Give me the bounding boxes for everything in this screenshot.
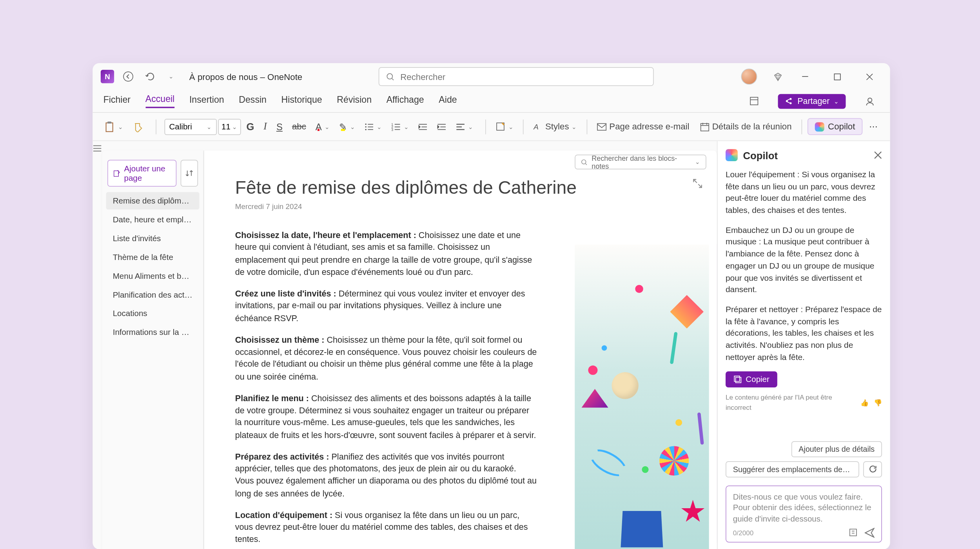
onenote-app-icon: N <box>101 70 114 83</box>
svg-rect-2 <box>834 73 840 79</box>
back-button[interactable] <box>121 69 136 84</box>
svg-rect-24 <box>850 529 857 536</box>
tags-button[interactable]: ⌄ <box>492 117 518 136</box>
menubar: Fichier Accueil Insertion Dessin Histori… <box>93 90 890 113</box>
menu-view[interactable]: Affichage <box>387 95 424 107</box>
comments-button[interactable] <box>860 92 879 111</box>
highlight-button[interactable]: ✎⌄ <box>335 117 359 136</box>
copilot-chip-details[interactable]: Ajouter plus de détails <box>791 441 882 457</box>
styles-button[interactable]: AStyles⌄ <box>529 117 581 136</box>
format-painter-button[interactable] <box>129 117 148 136</box>
copilot-copy-button[interactable]: Copier <box>726 371 777 387</box>
menu-home[interactable]: Accueil <box>145 94 175 108</box>
page-item[interactable]: Thème de la fête <box>106 249 200 266</box>
svg-rect-22 <box>736 378 741 383</box>
copilot-close-button[interactable] <box>874 151 882 159</box>
ribbon-overflow[interactable]: ⋯ <box>865 117 882 136</box>
copilot-response: Louer l'équipement : Si vous organisez l… <box>726 169 882 441</box>
page-item[interactable]: Date, heure et emplacem… <box>106 211 200 229</box>
mode-switcher[interactable] <box>744 92 763 111</box>
copilot-input-placeholder: Dites-nous ce que vous voulez faire. Pou… <box>733 491 875 525</box>
copilot-pane-title: Copilot <box>743 149 869 161</box>
svg-rect-23 <box>734 376 740 382</box>
global-search[interactable]: Rechercher <box>379 67 654 86</box>
svg-point-5 <box>790 102 792 104</box>
strikethrough-button[interactable]: abc <box>288 117 310 136</box>
copilot-disclaimer: Le contenu généré par l'IA peut être inc… <box>726 393 855 413</box>
customize-qat-button[interactable]: ⌄ <box>164 69 179 84</box>
font-selector[interactable]: Calibri⌄ <box>165 118 217 135</box>
search-notebooks[interactable]: Rechercher dans les blocs-notes ⌄ <box>575 155 706 169</box>
search-icon <box>386 72 395 81</box>
maximize-button[interactable] <box>824 67 850 87</box>
party-image <box>575 244 709 549</box>
nav-toggle[interactable] <box>93 141 102 549</box>
share-label: Partager <box>797 96 829 106</box>
svg-point-0 <box>123 72 133 81</box>
page-item[interactable]: Menu Aliments et boissons <box>106 267 200 285</box>
note-body[interactable]: Choisissez la date, l'heure et l'emplace… <box>235 229 537 549</box>
document-title: À propos de nous – OneNote <box>189 71 302 82</box>
undo-button[interactable] <box>142 69 157 84</box>
thumbs-down-button[interactable]: 👎 <box>874 398 882 408</box>
close-button[interactable] <box>857 67 882 87</box>
page-item[interactable]: Liste d'invités <box>106 230 200 247</box>
indent-button[interactable] <box>433 117 451 136</box>
outdent-button[interactable] <box>414 117 432 136</box>
copilot-prompt-guide-button[interactable] <box>848 528 858 538</box>
menu-review[interactable]: Révision <box>337 95 372 107</box>
copilot-send-button[interactable] <box>864 528 875 538</box>
copilot-pane: Copilot Louer l'équipement : Si vous org… <box>717 141 890 549</box>
menu-insert[interactable]: Insertion <box>189 95 224 107</box>
svg-rect-19 <box>701 123 709 131</box>
titlebar: N ⌄ À propos de nous – OneNote Recherche… <box>93 63 890 90</box>
meeting-details-button[interactable]: Détails de la réunion <box>696 117 796 136</box>
page-list-sidebar: Ajouter une page Remise des diplômes de…… <box>102 151 204 549</box>
share-icon <box>785 97 793 105</box>
copilot-logo-icon <box>726 149 738 161</box>
bold-button[interactable]: G <box>242 117 258 136</box>
numbering-button[interactable]: 123⌄ <box>388 117 413 136</box>
copilot-chip-locations[interactable]: Suggérer des emplacements de fête un… <box>726 461 859 477</box>
copilot-ribbon-button[interactable]: Copilot <box>807 118 862 135</box>
sort-pages-button[interactable] <box>181 160 198 187</box>
page-title[interactable]: Fête de remise des diplômes de Catherine <box>235 177 709 198</box>
copilot-char-counter: 0/2000 <box>733 529 753 536</box>
svg-text:A: A <box>534 123 539 131</box>
minimize-button[interactable] <box>792 67 818 87</box>
font-size-selector[interactable]: 11⌄ <box>218 118 241 135</box>
share-button[interactable]: Partager ⌄ <box>778 94 846 109</box>
svg-point-1 <box>387 73 393 79</box>
page-item[interactable]: Remise des diplômes de… <box>106 192 200 210</box>
thumbs-up-button[interactable]: 👍 <box>860 398 869 408</box>
premium-icon[interactable] <box>771 69 786 84</box>
note-canvas[interactable]: Rechercher dans les blocs-notes ⌄ Fête d… <box>204 151 717 549</box>
menu-file[interactable]: Fichier <box>103 95 131 107</box>
copy-icon <box>734 376 742 384</box>
fullscreen-button[interactable] <box>693 178 702 188</box>
menu-history[interactable]: Historique <box>281 95 322 107</box>
svg-rect-18 <box>597 124 606 130</box>
svg-text:3: 3 <box>392 127 394 131</box>
page-item[interactable]: Planification des activités <box>106 286 200 304</box>
add-page-button[interactable]: Ajouter une page <box>107 160 176 187</box>
page-item[interactable]: Informations sur la bande <box>106 324 200 341</box>
menu-draw[interactable]: Dessin <box>239 95 267 107</box>
copilot-input[interactable]: Dites-nous ce que vous voulez faire. Pou… <box>726 485 882 542</box>
align-button[interactable]: ⌄ <box>452 117 477 136</box>
bullets-button[interactable]: ⌄ <box>361 117 386 136</box>
italic-button[interactable]: I <box>260 117 271 136</box>
paste-button[interactable]: ⌄ <box>101 117 127 136</box>
add-page-icon <box>113 169 120 178</box>
svg-rect-20 <box>114 171 119 176</box>
copilot-icon <box>815 122 824 131</box>
user-avatar[interactable] <box>741 69 757 85</box>
page-item[interactable]: Locations <box>106 305 200 322</box>
search-icon <box>581 158 587 165</box>
menu-help[interactable]: Aide <box>439 95 457 107</box>
email-page-button[interactable]: Page adresse e-mail <box>593 117 693 136</box>
search-placeholder: Rechercher <box>400 71 445 82</box>
copilot-refresh-button[interactable] <box>863 461 882 477</box>
underline-button[interactable]: S <box>272 117 287 136</box>
font-color-button[interactable]: A⌄ <box>311 117 334 136</box>
